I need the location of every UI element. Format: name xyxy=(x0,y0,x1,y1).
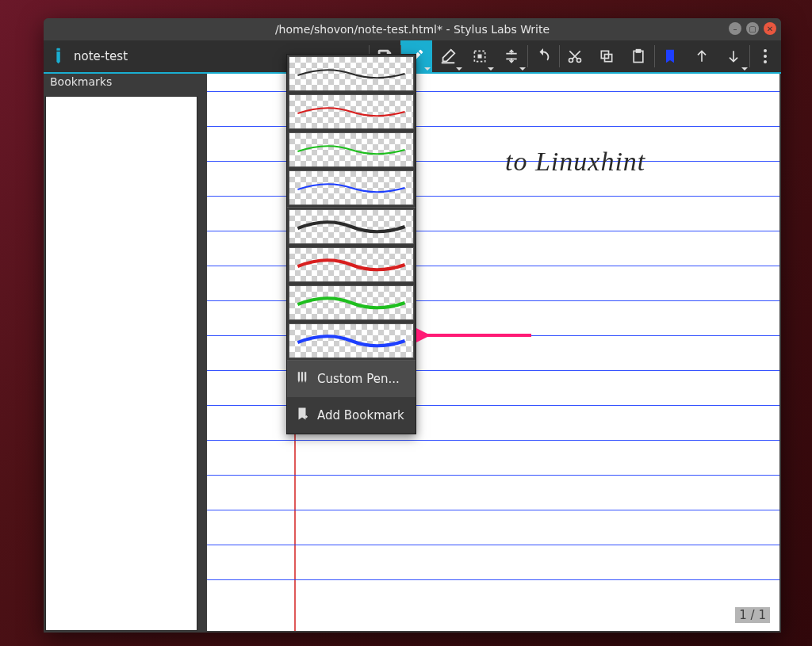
cut-icon xyxy=(567,48,583,64)
pen-swatch-thick-black[interactable] xyxy=(289,209,414,244)
svg-point-10 xyxy=(764,60,767,63)
page-counter: 1 / 1 xyxy=(735,607,770,623)
annotation-arrow xyxy=(416,323,535,347)
arrow-up-icon xyxy=(694,48,710,64)
arrow-down-icon xyxy=(726,48,741,64)
bookmarks-sidebar: Bookmarks xyxy=(44,74,199,633)
custom-pen-label: Custom Pen... xyxy=(317,372,400,386)
bookmark-icon xyxy=(662,48,678,65)
insert-space-icon xyxy=(504,48,519,64)
add-bookmark-label: Add Bookmark xyxy=(317,408,404,422)
pens-icon xyxy=(295,370,309,388)
bookmarks-list[interactable] xyxy=(45,96,197,631)
next-page-button[interactable] xyxy=(718,40,749,72)
document-tab[interactable]: note-test xyxy=(44,40,139,72)
document-tab-label: note-test xyxy=(74,49,128,63)
bookmark-button[interactable] xyxy=(654,40,686,72)
pen-swatch-thin-red[interactable] xyxy=(289,94,414,129)
minimize-button[interactable]: – xyxy=(729,22,741,35)
pen-swatch-thick-red[interactable] xyxy=(289,247,414,282)
select-button[interactable] xyxy=(464,40,496,72)
cut-button[interactable] xyxy=(559,40,591,72)
custom-pen-menu-item[interactable]: Custom Pen... xyxy=(287,361,416,397)
pen-swatch-thin-green[interactable] xyxy=(289,132,414,167)
insert-space-button[interactable] xyxy=(496,40,527,72)
window-title: /home/shovon/note-test.html* - Stylus La… xyxy=(44,23,781,36)
pen-swatch-thin-blue[interactable] xyxy=(289,170,414,205)
undo-button[interactable] xyxy=(527,40,559,72)
maximize-button[interactable]: ▢ xyxy=(746,22,759,35)
add-bookmark-menu-item[interactable]: Add Bookmark xyxy=(287,397,416,434)
sidebar-header: Bookmarks xyxy=(44,74,199,96)
pencil-icon xyxy=(47,44,71,68)
paste-button[interactable] xyxy=(622,40,654,72)
svg-rect-1 xyxy=(478,55,482,59)
titlebar: /home/shovon/note-test.html* - Stylus La… xyxy=(44,18,781,40)
eraser-icon xyxy=(439,48,457,65)
bookmark-add-icon xyxy=(295,407,309,424)
pen-swatch-thick-blue[interactable] xyxy=(289,323,414,358)
copy-icon xyxy=(599,48,615,64)
svg-point-9 xyxy=(764,55,767,58)
pen-dropdown: Custom Pen... Add Bookmark xyxy=(286,54,416,434)
svg-point-8 xyxy=(764,49,767,52)
kebab-icon xyxy=(763,48,768,64)
select-icon xyxy=(472,48,488,64)
eraser-button[interactable] xyxy=(432,40,464,72)
svg-rect-7 xyxy=(637,50,641,52)
undo-icon xyxy=(534,48,552,65)
pen-swatch-thick-green[interactable] xyxy=(289,285,414,320)
prev-page-button[interactable] xyxy=(686,40,718,72)
handwriting-text: to Linuxhint xyxy=(505,147,645,177)
pen-swatch-thin-black[interactable] xyxy=(289,56,414,91)
close-button[interactable]: ✕ xyxy=(764,22,776,35)
paste-icon xyxy=(630,48,646,64)
overflow-menu-button[interactable] xyxy=(749,40,781,72)
copy-button[interactable] xyxy=(591,40,622,72)
